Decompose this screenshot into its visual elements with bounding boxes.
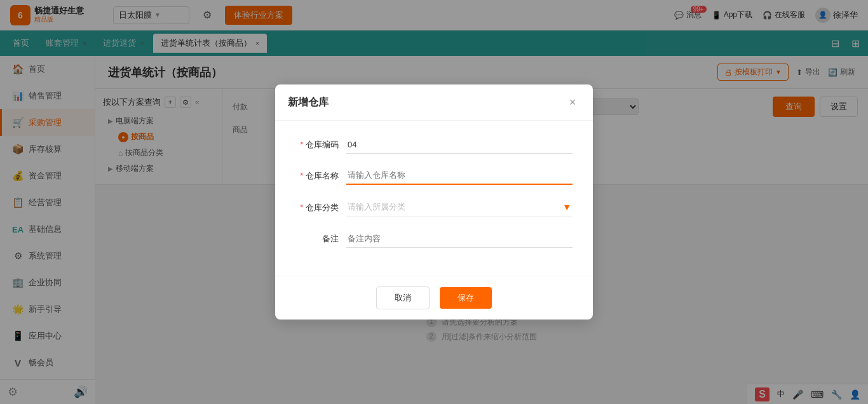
- notes-label: 备注: [295, 233, 346, 245]
- cancel-button[interactable]: 取消: [376, 286, 430, 309]
- modal-title: 新增仓库: [288, 96, 329, 109]
- save-button[interactable]: 保存: [440, 287, 492, 309]
- code-required-mark: *: [300, 140, 303, 149]
- name-required-mark: *: [300, 171, 303, 180]
- warehouse-name-input[interactable]: [346, 166, 573, 185]
- notes-label-text: 备注: [322, 234, 339, 243]
- code-label-text: 仓库编码: [306, 140, 339, 149]
- new-warehouse-modal: 新增仓库 × * 仓库编码 * 仓库名称: [275, 84, 593, 320]
- category-placeholder: 请输入所属分类: [348, 201, 405, 213]
- modal-header: 新增仓库 ×: [275, 84, 593, 121]
- name-label: * 仓库名称: [295, 170, 346, 182]
- form-row-notes: 备注: [295, 230, 573, 248]
- modal-footer: 取消 保存: [275, 276, 593, 320]
- category-label-text: 仓库分类: [306, 203, 339, 212]
- warehouse-code-input[interactable]: [346, 136, 573, 154]
- category-label: * 仓库分类: [295, 202, 346, 213]
- modal-body: * 仓库编码 * 仓库名称 * 仓库分类 请输入所属: [275, 121, 593, 276]
- category-dropdown-icon: ▼: [562, 202, 571, 212]
- modal-overlay[interactable]: 新增仓库 × * 仓库编码 * 仓库名称: [0, 0, 868, 404]
- form-row-code: * 仓库编码: [295, 136, 573, 154]
- form-row-name: * 仓库名称: [295, 166, 573, 185]
- name-label-text: 仓库名称: [306, 171, 339, 180]
- form-row-category: * 仓库分类 请输入所属分类 ▼: [295, 198, 573, 217]
- category-required-mark: *: [300, 203, 303, 212]
- code-label: * 仓库编码: [295, 139, 346, 151]
- warehouse-notes-input[interactable]: [346, 230, 573, 248]
- modal-close-button[interactable]: ×: [565, 95, 580, 110]
- warehouse-category-select[interactable]: 请输入所属分类 ▼: [346, 198, 573, 217]
